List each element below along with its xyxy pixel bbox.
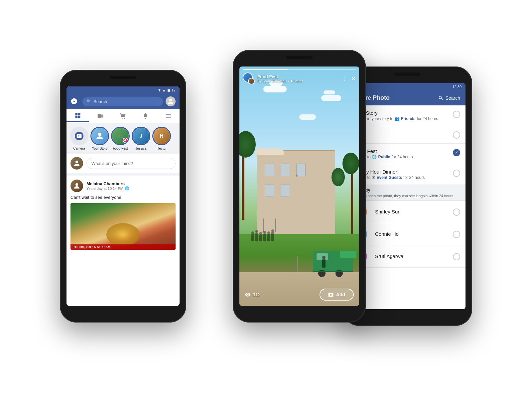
building xyxy=(257,150,335,234)
post-author-avatar xyxy=(70,180,83,192)
food-fest-share-title: Food Fest xyxy=(354,148,453,154)
happy-hour-title: Happy Hour Dinner! xyxy=(354,169,453,175)
post-title: Post xyxy=(354,131,453,136)
story-bottom-bar: 312 Add xyxy=(239,289,359,301)
truck-bottom xyxy=(313,271,353,272)
directly-header: Directly xyxy=(349,185,466,193)
share-item-post[interactable]: Post xyxy=(349,126,466,144)
center-phone-screen: Food Fest By Ryan Brownhill • 10 mins ⋮ … xyxy=(239,66,359,306)
food-fest-accent: Public xyxy=(378,155,390,159)
nav-notifications[interactable] xyxy=(134,110,157,122)
globe-icon: 🌐 xyxy=(372,155,377,159)
svg-marker-6 xyxy=(101,114,103,118)
cloud-3 xyxy=(321,95,341,101)
battery-icon: ◼ xyxy=(167,88,170,92)
story-hector[interactable]: H Hector xyxy=(152,127,171,150)
search-placeholder: Search xyxy=(93,99,107,104)
your-story-accent: Friends xyxy=(401,116,415,121)
happy-hour-info: Happy Hour Dinner! Visible to ✉ Event Gu… xyxy=(354,169,453,180)
hector-circle: H xyxy=(152,127,171,145)
food-fest-record xyxy=(123,138,128,143)
shirley-row: SS Shirley Sun xyxy=(354,205,453,218)
post-radio[interactable] xyxy=(453,131,460,139)
right-phone-speaker xyxy=(394,72,421,76)
share-item-sruti[interactable]: SA Sruti Agarwal xyxy=(349,245,466,268)
nav-newsfeed[interactable] xyxy=(66,110,89,122)
share-search-btn[interactable]: Search xyxy=(438,95,460,101)
share-item-shirley[interactable]: SS Shirley Sun xyxy=(349,201,466,223)
story-user-info: Food Fest By Ryan Brownhill • 10 mins ⋮ … xyxy=(243,72,356,84)
happy-hour-sub-post: for 24 hours xyxy=(403,175,425,180)
hector-avatar: H xyxy=(153,128,170,144)
sruti-radio[interactable] xyxy=(453,253,460,260)
story-progress-fill xyxy=(243,69,288,70)
happy-hour-radio[interactable] xyxy=(453,170,460,177)
umbrella-pole-1 xyxy=(263,218,264,232)
post-info: Melaina Chambers Yesterday at 10:14 PM 🌐 xyxy=(86,181,129,191)
globe-icon: 🌐 xyxy=(125,186,129,191)
post-header: Melaina Chambers Yesterday at 10:14 PM 🌐 xyxy=(70,180,176,192)
event-icon: ✉ xyxy=(372,175,375,180)
sruti-row: SA Sruti Agarwal xyxy=(354,250,453,263)
story-camera[interactable]: Camera xyxy=(70,127,88,150)
svg-point-13 xyxy=(75,161,78,163)
jessica-label: Jessica xyxy=(135,147,146,150)
directly-section: Directly Friends open the photo, they ca… xyxy=(349,185,466,201)
story-user-avatars xyxy=(243,72,255,84)
stories-row: Camera Your Story 🍴 xyxy=(66,123,180,154)
story-add-btn[interactable]: Add xyxy=(320,289,354,301)
add-label: Add xyxy=(336,292,345,297)
post-time: Yesterday at 10:14 PM xyxy=(86,187,123,191)
story-more-btn[interactable]: ⋮ xyxy=(342,75,347,82)
happy-hour-sub: Visible to ✉ Event Guests for 24 hours xyxy=(354,175,453,180)
story-top-bar: Food Fest By Ryan Brownhill • 10 mins ⋮ … xyxy=(239,66,359,87)
share-item-happy-hour[interactable]: Happy Hour Dinner! Visible to ✉ Event Gu… xyxy=(349,164,466,185)
nav-marketplace[interactable] xyxy=(112,110,134,122)
center-phone-speaker xyxy=(286,56,313,59)
your-story-title: Your Story xyxy=(354,110,453,116)
nav-menu[interactable] xyxy=(157,110,180,122)
share-item-connie[interactable]: CH Connie Ho xyxy=(349,223,466,245)
user-avatar-small[interactable] xyxy=(166,96,176,106)
your-story-sub-post: for 24 hours xyxy=(417,116,438,121)
story-food-fest[interactable]: 🍴 Food Fest xyxy=(111,127,130,150)
share-item-your-story[interactable]: Your Story Visible in your story to 👥 Fr… xyxy=(349,105,466,126)
left-phone-screen: ▼ ▲ ◼ 12 🔍 Search xyxy=(66,86,180,306)
connie-name: Connie Ho xyxy=(375,231,399,237)
search-label: Search xyxy=(446,95,460,101)
share-item-food-fest[interactable]: Food Fest Visible to 🌐 Public for 24 hou… xyxy=(349,144,466,164)
phones-container: ▼ ▲ ◼ 12 🔍 Search xyxy=(33,17,499,382)
nav-video[interactable] xyxy=(89,110,112,122)
tree-top-right2 xyxy=(332,168,345,186)
food-fest-sub: Visible to 🌐 Public for 24 hours xyxy=(354,155,453,159)
user-avatar xyxy=(70,157,83,170)
food-fest-sub-post: for 24 hours xyxy=(392,155,413,159)
post-author-name: Melaina Chambers xyxy=(86,181,129,186)
whats-on-mind[interactable]: What's on your mind? xyxy=(66,154,180,176)
search-bar[interactable]: 🔍 Search xyxy=(82,97,163,106)
story-user-left: Food Fest By Ryan Brownhill • 10 mins xyxy=(243,72,303,84)
story-time: 10 mins xyxy=(290,79,303,83)
story-jessica[interactable]: J Jessica xyxy=(132,127,150,150)
view-count: 312 xyxy=(253,292,260,297)
messenger-icon[interactable] xyxy=(70,97,80,106)
svg-rect-10 xyxy=(166,116,171,116)
your-story-label: Your Story xyxy=(92,147,107,150)
food-fest-radio[interactable]: ✓ xyxy=(453,149,460,156)
shirley-radio[interactable] xyxy=(453,208,460,216)
left-status-bar: ▼ ▲ ◼ 12 xyxy=(66,86,180,94)
svg-point-7 xyxy=(122,118,123,119)
story-close-btn[interactable]: ✕ xyxy=(351,75,356,82)
your-story-sub: Visible in your story to 👥 Friends for 2… xyxy=(354,116,453,121)
story-event-name: Food Fest xyxy=(257,74,303,79)
connie-radio[interactable] xyxy=(453,231,460,238)
your-story-radio[interactable] xyxy=(453,111,460,118)
your-story-circle xyxy=(90,127,109,145)
happy-hour-accent: Event Guests xyxy=(376,175,402,180)
story-your-story[interactable]: Your Story xyxy=(90,127,109,150)
left-phone-speaker xyxy=(110,76,136,79)
camera-circle xyxy=(70,127,88,145)
food-fest-label: Food Fest xyxy=(113,147,128,150)
your-story-avatar xyxy=(91,128,108,144)
mind-input[interactable]: What's on your mind? xyxy=(86,158,176,169)
